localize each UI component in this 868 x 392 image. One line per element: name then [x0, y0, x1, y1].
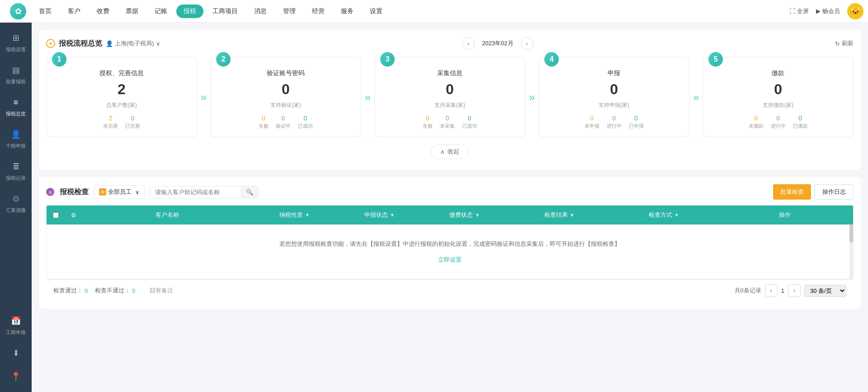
- method-header[interactable]: 检查方式 ▼: [612, 206, 716, 225]
- nav-item-management[interactable]: 管理: [276, 5, 303, 18]
- step-count-0: 2: [118, 81, 126, 98]
- nav-item-settings[interactable]: 设置: [363, 5, 390, 18]
- nav-item-tax[interactable]: 报税: [176, 5, 203, 18]
- step-stat-label-4-2: 已缴款: [793, 123, 808, 129]
- main-nav: 首页客户收费票据记账报税工商项目消息管理经营服务设置: [32, 5, 789, 18]
- sidebar-item-annual-report[interactable]: 📅工商年报: [1, 310, 30, 340]
- step-stat-value-2-1: 0: [446, 115, 449, 122]
- current-month: 2023年02月: [482, 39, 513, 48]
- location-selector[interactable]: 👤 上海(电子税局) ∨: [106, 39, 160, 48]
- nav-item-home[interactable]: 首页: [32, 5, 59, 18]
- step-arrow-4: »: [689, 57, 703, 137]
- operation-log-btn[interactable]: 操作日志: [815, 184, 854, 200]
- step-stat-value-0-1: 0: [131, 115, 134, 122]
- step-count-4: 0: [774, 81, 782, 98]
- prev-page-btn[interactable]: ‹: [765, 284, 778, 297]
- batch-check-btn[interactable]: 批量检查: [773, 184, 811, 200]
- setup-link[interactable]: 立即设置: [438, 256, 462, 263]
- nav-item-accounting[interactable]: 记账: [147, 5, 175, 18]
- page-size-select[interactable]: 30 条/页 50 条/页 100 条/页: [804, 285, 846, 297]
- location-icon: 👤: [106, 40, 113, 47]
- fullscreen-label: 全屏: [797, 7, 809, 15]
- scroll-track[interactable]: [849, 225, 853, 279]
- vip-btn[interactable]: ▶ 畅会员: [816, 7, 840, 15]
- filter-icon3: ▼: [475, 212, 480, 218]
- declare-header[interactable]: 申报状态 ▼: [337, 206, 422, 225]
- step-stats-3: 0未申报0进行中0已申报: [585, 115, 644, 129]
- tax-type-header[interactable]: 纳税性质 ▼: [252, 206, 337, 225]
- sidebar-item-personal-tax[interactable]: 👤个税申报: [1, 124, 30, 154]
- sidebar-item-tax-settings[interactable]: ⊞报税设置: [1, 27, 30, 57]
- nav-item-billing[interactable]: 收费: [90, 5, 117, 18]
- nav-item-customer[interactable]: 客户: [61, 5, 88, 18]
- collapse-btn[interactable]: ∧ 收起: [431, 144, 469, 159]
- pass-value[interactable]: 0: [85, 287, 88, 294]
- search-btn[interactable]: 🔍: [241, 186, 258, 198]
- sidebar-item-download[interactable]: ⬇: [1, 342, 30, 364]
- action-header: 操作: [716, 206, 853, 225]
- logo-icon: ✿: [10, 3, 26, 19]
- collapse-row: ∧ 收起: [46, 144, 854, 159]
- settings-header[interactable]: ⚙: [65, 206, 83, 225]
- refresh-label: 刷新: [842, 39, 854, 48]
- nav-item-operation[interactable]: 经营: [305, 5, 332, 18]
- sidebar-item-clearance[interactable]: ⊙汇算清缴: [1, 188, 30, 218]
- sidebar-item-tax-records[interactable]: ≣报税记录: [1, 156, 30, 186]
- prev-month-btn[interactable]: ‹: [462, 37, 475, 50]
- next-page-btn[interactable]: ›: [788, 284, 801, 297]
- sidebar-item-label-tax-records: 报税记录: [6, 175, 26, 182]
- step-stat-value-1-1: 0: [282, 115, 285, 122]
- checkbox-header[interactable]: [47, 206, 65, 225]
- sidebar-item-location[interactable]: 📍: [1, 366, 30, 387]
- main-content: + 报税流程总览 👤 上海(电子税局) ∨ ‹ 2023年02月 › ↻ 刷新 …: [32, 23, 868, 392]
- nav-item-message[interactable]: 消息: [247, 5, 274, 18]
- sidebar-item-tax-overview[interactable]: ≡报税总览: [1, 91, 30, 122]
- step-stat-label-1-2: 已成功: [298, 123, 313, 129]
- tax-overview-icon: ≡: [9, 96, 22, 109]
- sidebar-item-batch-tax[interactable]: ▤批量报税: [1, 59, 30, 90]
- nav-item-invoice[interactable]: 票据: [118, 5, 146, 18]
- fullscreen-icon: ⛶: [789, 8, 795, 14]
- step-stat-label-4-1: 进行中: [771, 123, 786, 129]
- fullscreen-btn[interactable]: ⛶ 全屏: [789, 7, 809, 15]
- nav-item-business[interactable]: 工商项目: [205, 5, 245, 18]
- scroll-thumb[interactable]: [849, 225, 853, 243]
- step-stat-label-3-0: 未申报: [585, 123, 599, 129]
- pay-header[interactable]: 缴费状态 ▼: [422, 206, 507, 225]
- sidebar-item-label-clearance: 汇算清缴: [6, 207, 26, 214]
- step-stat-value-4-0: 0: [754, 115, 758, 122]
- step-stat-label-3-1: 进行中: [607, 123, 622, 129]
- step-label-0: 总客户数(家): [106, 101, 137, 109]
- step-title-2: 采集信息: [437, 69, 462, 77]
- step-stat-3-0: 0未申报: [585, 115, 599, 129]
- step-label-4: 支持缴款(家): [763, 101, 793, 109]
- sidebar-item-label-tax-settings: 报税设置: [6, 46, 26, 53]
- pagination: 共0条记录 ‹ 1 › 30 条/页 50 条/页 100 条/页: [735, 284, 846, 297]
- next-month-btn[interactable]: ›: [521, 37, 533, 50]
- process-step-3: 4申报0支持申报(家)0未申报0进行中0已申报: [538, 57, 689, 137]
- refresh-icon: ↻: [835, 40, 840, 47]
- step-stat-value-1-2: 0: [304, 115, 307, 122]
- result-header[interactable]: 检查结果 ▼: [507, 206, 612, 225]
- step-stat-0-1: 0已完善: [125, 115, 140, 129]
- step-title-4: 缴款: [772, 69, 784, 77]
- pass-stat: 检查通过： 0: [53, 287, 88, 295]
- empty-message: 若您想使用报税检查功能，请先在【报税设置】中进行报税的初始化设置，完成密码验证和…: [279, 239, 620, 249]
- step-label-1: 支持验证(家): [270, 101, 301, 109]
- step-stat-2-0: 0失败: [423, 115, 433, 129]
- step-stat-1-2: 0已成功: [298, 115, 313, 129]
- month-nav: ‹ 2023年02月 ›: [462, 37, 533, 50]
- select-all-checkbox[interactable]: [53, 212, 59, 218]
- sidebar-item-label-batch-tax: 批量报税: [6, 78, 26, 85]
- sidebar-item-label-tax-overview: 报税总览: [6, 110, 26, 117]
- step-title-1: 验证账号密码: [267, 69, 305, 77]
- nav-right: ⛶ 全屏 ▶ 畅会员 🐱: [789, 3, 863, 19]
- step-number-0: 1: [52, 52, 66, 67]
- employee-select[interactable]: ⊞ 全部员工 ∨: [94, 185, 145, 199]
- step-arrow-1: »: [197, 57, 210, 137]
- fail-value[interactable]: 0: [132, 287, 135, 294]
- search-input[interactable]: [151, 186, 241, 198]
- footer-stats: 检查通过： 0 检查不通过： 0 囧有备注: [53, 287, 173, 295]
- refresh-btn[interactable]: ↻ 刷新: [835, 39, 854, 48]
- nav-item-service[interactable]: 服务: [334, 5, 361, 18]
